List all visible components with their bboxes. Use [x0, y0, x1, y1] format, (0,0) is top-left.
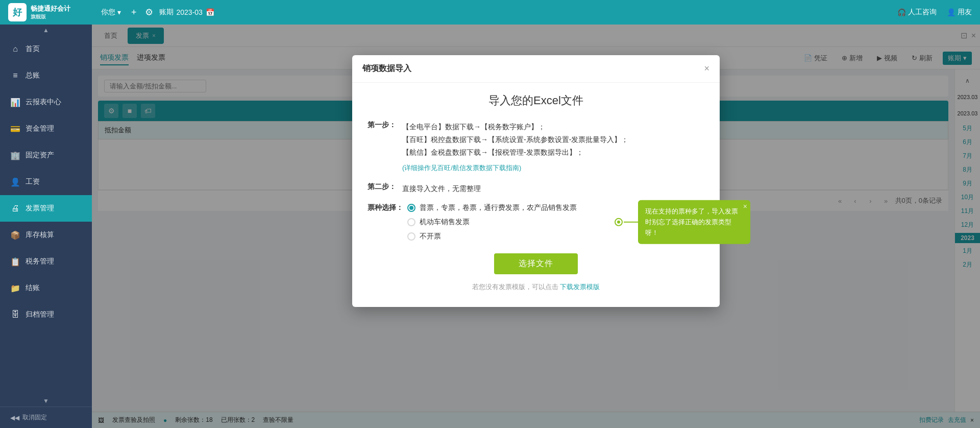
invoice-icon: 🖨: [10, 204, 20, 213]
radio-circle-1[interactable]: [407, 204, 415, 212]
sidebar-item-label: 资金管理: [26, 124, 54, 133]
archive-icon: 🗄: [10, 310, 20, 319]
sidebar-item-label: 固定资产: [26, 151, 54, 160]
inventory-icon: 📦: [10, 230, 20, 240]
sidebar-item-ledger[interactable]: ≡ 总账: [0, 62, 92, 89]
sidebar-scroll-up[interactable]: ▲: [0, 25, 92, 36]
tooltip-line: [624, 222, 638, 223]
user-menu[interactable]: 👤 用友: [947, 8, 972, 17]
step1-line-2: 【百旺】税控盘数据下载→【系统设置-系统参数设置-发票批量导入】；: [402, 133, 628, 146]
step1-line-1: 【全电平台】数据下载→【税务数字账户】；: [402, 121, 628, 133]
tooltip-text: 现在支持的票种多了，导入发票时别忘了选择正确的发票类型呀！: [645, 207, 738, 236]
sidebar-item-inventory[interactable]: 📦 库存核算: [0, 222, 92, 248]
settings-icon[interactable]: ⚙: [145, 7, 153, 18]
unpin-label: 取消固定: [22, 413, 47, 422]
help-button[interactable]: 🎧 人工咨询: [897, 8, 937, 17]
radio-label-1: 普票，专票，卷票，通行费发票，农产品销售发票: [420, 203, 577, 212]
payroll-icon: 👤: [10, 177, 20, 187]
sidebar-item-label: 首页: [26, 44, 40, 54]
radio-label-3: 不开票: [420, 232, 441, 241]
funds-icon: 💳: [10, 124, 20, 134]
step1-content: 【全电平台】数据下载→【税务数字账户】； 【百旺】税控盘数据下载→【系统设置-系…: [402, 121, 628, 174]
step2-row: 第二步： 直接导入文件，无需整理: [368, 182, 704, 195]
sidebar: ▲ ⌂ 首页 ≡ 总账 📊 云报表中心 💳 资金管理 🏢 固定资产 👤 工资 🖨…: [0, 25, 92, 428]
radio-option-1[interactable]: 普票，专票，卷票，通行费发票，农产品销售发票: [407, 203, 577, 212]
sidebar-nav: ⌂ 首页 ≡ 总账 📊 云报表中心 💳 资金管理 🏢 固定资产 👤 工资 🖨 发…: [0, 36, 92, 395]
guide-link[interactable]: (详细操作见百旺/航信发票数据下载指南): [402, 164, 521, 172]
sidebar-item-reports[interactable]: 📊 云报表中心: [0, 89, 92, 115]
modal-main-title: 导入您的Excel文件: [368, 93, 704, 108]
ledger-icon: ≡: [10, 71, 20, 80]
sidebar-item-label: 发票管理: [26, 204, 54, 213]
radio-circle-2[interactable]: [407, 218, 415, 226]
modal-body: 导入您的Excel文件 第一步： 【全电平台】数据下载→【税务数字账户】； 【百…: [352, 83, 720, 307]
logo-icon: 好: [8, 3, 27, 21]
radio-options: 普票，专票，卷票，通行费发票，农产品销售发票 机动车销售发票: [407, 203, 577, 241]
sidebar-item-close-period[interactable]: 📁 结账: [0, 275, 92, 301]
period-label: 账期: [159, 8, 174, 17]
modal-note: 若您没有发票模版，可以点击 下载发票模版: [368, 282, 704, 292]
radio-option-2[interactable]: 机动车销售发票 现在支持的票种多了，导入发票时别忘了选择正确的发票类型呀！ ×: [407, 218, 577, 227]
sidebar-item-label: 库存核算: [26, 230, 54, 240]
headset-icon: 🎧: [897, 8, 906, 16]
sidebar-item-tax[interactable]: 📋 税务管理: [0, 248, 92, 275]
sidebar-item-label: 工资: [26, 177, 40, 186]
tooltip-close-button[interactable]: ×: [743, 202, 747, 210]
tooltip-anchor: 现在支持的票种多了，导入发票时别忘了选择正确的发票类型呀！ ×: [616, 200, 750, 244]
sidebar-item-label: 归档管理: [26, 310, 54, 319]
import-modal: 销项数据导入 × 导入您的Excel文件 第一步： 【全电平台】数据下载→【税务…: [352, 55, 720, 307]
note-text: 若您没有发票模版，可以点击: [472, 283, 558, 291]
sidebar-item-label: 云报表中心: [26, 98, 61, 107]
pin-icon: ◀◀: [10, 414, 19, 421]
sidebar-item-archive[interactable]: 🗄 归档管理: [0, 301, 92, 328]
radio-label-2: 机动车销售发票: [420, 218, 470, 227]
step1-line-3: 【航信】金税盘数据下载→【报税管理-发票数据导出】；: [402, 146, 628, 159]
sidebar-item-assets[interactable]: 🏢 固定资产: [0, 142, 92, 169]
sidebar-item-invoice[interactable]: 🖨 发票管理: [0, 195, 92, 222]
reports-icon: 📊: [10, 98, 20, 107]
step2-label: 第二步：: [368, 182, 398, 192]
modal-header: 销项数据导入 ×: [352, 55, 720, 83]
chevron-down-icon: ▾: [117, 8, 121, 16]
step2-text: 直接导入文件，无需整理: [402, 184, 481, 193]
close-period-icon: 📁: [10, 283, 20, 293]
modal-title: 销项数据导入: [362, 63, 411, 74]
company-selector[interactable]: 你您 ▾: [101, 8, 121, 17]
calendar-icon: 📅: [206, 8, 214, 16]
step2-content: 直接导入文件，无需整理: [402, 182, 481, 195]
ticket-label: 票种选择：: [368, 203, 403, 212]
sidebar-item-funds[interactable]: 💳 资金管理: [0, 115, 92, 142]
modal-close-button[interactable]: ×: [704, 63, 709, 74]
sidebar-item-label: 结账: [26, 283, 40, 293]
user-icon: 👤: [947, 8, 955, 16]
add-button[interactable]: +: [131, 7, 137, 18]
period-value: 2023-03: [177, 8, 203, 16]
sidebar-scroll-down[interactable]: ▼: [0, 395, 92, 407]
tooltip-dot: [616, 219, 622, 225]
sidebar-item-label: 税务管理: [26, 257, 54, 266]
app-edition: 旗舰版: [31, 13, 70, 20]
sidebar-item-payroll[interactable]: 👤 工资: [0, 169, 92, 195]
radio-option-3[interactable]: 不开票: [407, 232, 577, 241]
topbar: 好 畅捷通好会计 旗舰版 你您 ▾ + ⚙ 账期 2023-03 📅 🎧 人工咨…: [0, 0, 980, 25]
app-name: 畅捷通好会计: [31, 4, 70, 13]
company-name: 你您: [101, 8, 115, 17]
tooltip-bubble: 现在支持的票种多了，导入发票时别忘了选择正确的发票类型呀！ ×: [638, 200, 750, 244]
app-logo: 好 畅捷通好会计 旗舰版: [8, 3, 95, 21]
home-icon: ⌂: [10, 44, 20, 54]
modal-footer: 选择文件: [368, 253, 704, 274]
assets-icon: 🏢: [10, 151, 20, 160]
select-file-button[interactable]: 选择文件: [494, 253, 578, 274]
radio-circle-3[interactable]: [407, 232, 415, 241]
ticket-label-row: 票种选择： 普票，专票，卷票，通行费发票，农产品销售发票 机动车销售发票: [368, 203, 704, 241]
period-display[interactable]: 账期 2023-03 📅: [159, 8, 214, 17]
ticket-selection: 票种选择： 普票，专票，卷票，通行费发票，农产品销售发票 机动车销售发票: [368, 203, 704, 241]
modal-overlay: 销项数据导入 × 导入您的Excel文件 第一步： 【全电平台】数据下载→【税务…: [92, 25, 980, 428]
unpin-button[interactable]: ◀◀ 取消固定: [0, 407, 92, 428]
step1-label: 第一步：: [368, 121, 398, 130]
topbar-actions: + ⚙: [131, 7, 153, 18]
step1-row: 第一步： 【全电平台】数据下载→【税务数字账户】； 【百旺】税控盘数据下载→【系…: [368, 121, 704, 174]
download-template-link[interactable]: 下载发票模版: [560, 283, 600, 291]
topbar-right: 🎧 人工咨询 👤 用友: [897, 8, 972, 17]
sidebar-item-home[interactable]: ⌂ 首页: [0, 36, 92, 62]
